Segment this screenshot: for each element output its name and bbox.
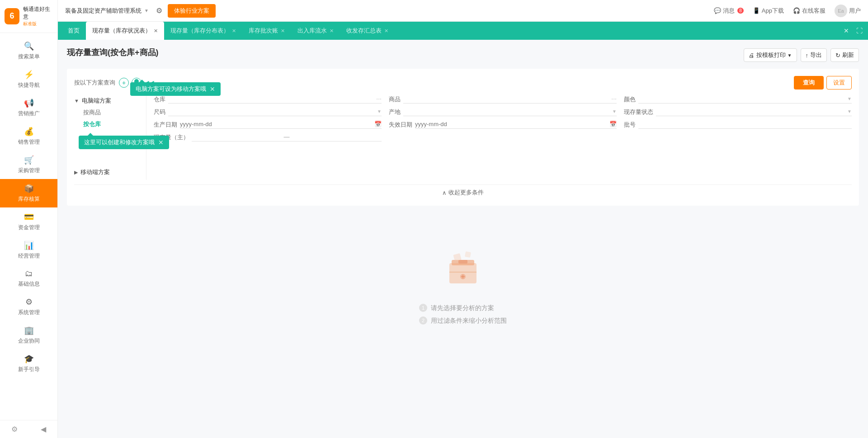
- filter-header: 按以下方案查询 + ✎ ◀◀ 电脑方案可设为移动方案哦 ✕: [74, 76, 852, 89]
- sidebar-menu: 🔍 搜索菜单 ⚡ 快捷导航 📢 营销推广 💰 销售管理 🛒 采购管理 📦 库存核…: [0, 33, 57, 420]
- qty-from-input[interactable]: [192, 133, 281, 140]
- sidebar-item-operations[interactable]: 📊 经营管理: [0, 236, 57, 264]
- tab-close-inout-flow[interactable]: ✕: [330, 28, 334, 34]
- sidebar-item-sales[interactable]: 💰 销售管理: [0, 122, 57, 151]
- page-title: 现存量查询(按仓库+商品): [67, 47, 159, 58]
- sidebar-item-finance[interactable]: 💳 资金管理: [0, 207, 57, 236]
- basic-icon: 🗂: [25, 269, 33, 278]
- logo-text: 畅通道好生意 标准版: [23, 5, 53, 27]
- empty-state: 1 请先选择要分析的方案 2 用过滤条件来缩小分析范围: [67, 211, 859, 363]
- scheme-group-mobile-header[interactable]: ▶ 移动端方案: [74, 166, 142, 178]
- scheme-tooltip-close[interactable]: ✕: [210, 85, 215, 93]
- goods-input[interactable]: [403, 95, 609, 102]
- stock-status-field: 现存量状态 ▼: [624, 108, 852, 116]
- username-label: 用户: [849, 7, 861, 15]
- produce-date-field: 生产日期 📅: [154, 121, 382, 129]
- scheme-item-by-warehouse[interactable]: 按仓库: [74, 118, 142, 130]
- tip-num-1: 1: [419, 304, 427, 312]
- search-icon: 🔍: [24, 41, 34, 51]
- svg-rect-2: [458, 260, 467, 264]
- tab-close-batch-ledger[interactable]: ✕: [281, 28, 285, 34]
- export-button[interactable]: ↑ 导出: [801, 48, 827, 62]
- system-name[interactable]: 装备及固定资产辅助管理系统 ▼: [65, 7, 149, 15]
- export-icon: ↑: [806, 52, 809, 59]
- stock-status-chevron-icon[interactable]: ▼: [847, 109, 852, 114]
- sidebar-item-system[interactable]: ⚙ 系统管理: [0, 292, 57, 321]
- qty-to-input[interactable]: [292, 133, 382, 140]
- tab-batch-ledger[interactable]: 库存批次账 ✕: [242, 22, 291, 40]
- batch-input[interactable]: [638, 121, 852, 127]
- close-all-tabs-icon[interactable]: ✕: [842, 25, 851, 36]
- pc-group-arrow-icon: ▼: [74, 98, 79, 104]
- collapse-up-icon: ∧: [442, 189, 447, 196]
- produce-date-cal-icon[interactable]: 📅: [374, 121, 382, 127]
- topbar-gear-icon[interactable]: ⚙: [156, 6, 162, 15]
- guide-icon: 🎓: [24, 354, 34, 364]
- query-button[interactable]: 查询: [794, 76, 824, 89]
- operations-icon: 📊: [24, 240, 34, 250]
- collapse-sidebar-icon[interactable]: ◀: [41, 425, 46, 433]
- size-input[interactable]: [168, 108, 377, 115]
- app-download-item[interactable]: 📱 App下载: [753, 7, 784, 15]
- user-avatar: Ea: [835, 5, 847, 17]
- template-print-button[interactable]: 🖨 按模板打印 ▼: [744, 48, 797, 62]
- tab-close-collect-summary[interactable]: ✕: [384, 28, 388, 34]
- batch-label: 批号: [624, 121, 636, 129]
- scheme-item-by-goods[interactable]: 按商品: [74, 107, 142, 118]
- tabs-bar: 首页 现存量（库存状况表） ✕ 现存量（库存分布表） ✕ 库存批次账 ✕ 出入库…: [58, 22, 868, 40]
- warehouse-dots-icon[interactable]: ···: [376, 95, 382, 102]
- warehouse-field: 仓库 ···: [154, 95, 382, 104]
- sidebar-item-search[interactable]: 🔍 搜索菜单: [0, 37, 57, 65]
- tab-home[interactable]: 首页: [61, 22, 86, 40]
- sidebar-item-inventory[interactable]: 📦 库存核算: [0, 179, 57, 207]
- produce-date-input[interactable]: [180, 121, 373, 127]
- sidebar-item-guide[interactable]: 🎓 新手引导: [0, 349, 57, 378]
- origin-input[interactable]: [403, 108, 612, 115]
- sidebar-item-marketing[interactable]: 📢 营销推广: [0, 94, 57, 122]
- size-chevron-icon[interactable]: ▼: [377, 109, 382, 114]
- edit-tooltip-close[interactable]: ✕: [158, 139, 164, 146]
- scheme-group-pc-header[interactable]: ▼ 电脑端方案: [74, 95, 142, 107]
- collapse-row: ∧ 收起更多条件: [74, 184, 852, 198]
- settings-button[interactable]: 设置: [826, 76, 852, 89]
- sidebar-item-basic[interactable]: 🗂 基础信息: [0, 264, 57, 292]
- online-support-item[interactable]: 🎧 在线客服: [793, 7, 826, 15]
- tab-close-inventory-dist[interactable]: ✕: [232, 28, 236, 34]
- collapse-button[interactable]: ∧ 收起更多条件: [442, 188, 484, 197]
- user-item[interactable]: Ea 用户: [835, 5, 861, 17]
- produce-date-label: 生产日期: [154, 121, 177, 129]
- quicknav-icon: ⚡: [24, 70, 34, 80]
- logo-icon: 6: [5, 8, 19, 24]
- settings-bottom-icon[interactable]: ⚙: [11, 425, 18, 433]
- color-input[interactable]: [638, 95, 847, 102]
- tab-collect-summary[interactable]: 收发存汇总表 ✕: [340, 22, 395, 40]
- inventory-icon: 📦: [24, 184, 34, 193]
- filter-body: ▼ 电脑端方案 按商品 按仓库 这里可以创建和修改方案哦 ✕: [74, 95, 852, 180]
- color-chevron-icon[interactable]: ▼: [847, 96, 852, 101]
- origin-chevron-icon[interactable]: ▼: [612, 109, 617, 114]
- tab-inventory-dist[interactable]: 现存量（库存分布表） ✕: [164, 22, 242, 40]
- sales-icon: 💰: [24, 127, 34, 137]
- edit-tooltip: 这里可以创建和修改方案哦 ✕: [79, 136, 169, 149]
- warehouse-input[interactable]: [168, 95, 374, 102]
- tab-close-inventory-status[interactable]: ✕: [154, 28, 158, 34]
- solution-button[interactable]: 体验行业方案: [168, 4, 216, 18]
- batch-field: 批号: [624, 121, 852, 129]
- sidebar-item-quicknav[interactable]: ⚡ 快捷导航: [0, 65, 57, 94]
- qty-field: 现存量（主） —: [154, 133, 382, 141]
- expand-tabs-icon[interactable]: ⛶: [854, 25, 864, 36]
- expire-date-cal-icon[interactable]: 📅: [609, 121, 617, 127]
- add-scheme-button[interactable]: +: [119, 78, 129, 88]
- message-badge: 8: [737, 8, 744, 14]
- tab-inventory-status[interactable]: 现存量（库存状况表） ✕: [86, 22, 164, 40]
- message-item[interactable]: 💬 消息 8: [714, 7, 744, 15]
- tab-inout-flow[interactable]: 出入库流水 ✕: [291, 22, 340, 40]
- expire-date-input[interactable]: [415, 121, 608, 127]
- refresh-button[interactable]: ↻ 刷新: [830, 48, 859, 62]
- filter-row-2: 尺码 ▼ 产地 ▼: [154, 108, 852, 116]
- sidebar-item-purchase[interactable]: 🛒 采购管理: [0, 151, 57, 179]
- sidebar-item-enterprise[interactable]: 🏢 企业协同: [0, 321, 57, 349]
- topbar: 装备及固定资产辅助管理系统 ▼ ⚙ 体验行业方案 💬 消息 8 📱 App下载 …: [58, 0, 868, 22]
- goods-dots-icon[interactable]: ···: [611, 95, 617, 102]
- stock-status-input[interactable]: [656, 108, 847, 115]
